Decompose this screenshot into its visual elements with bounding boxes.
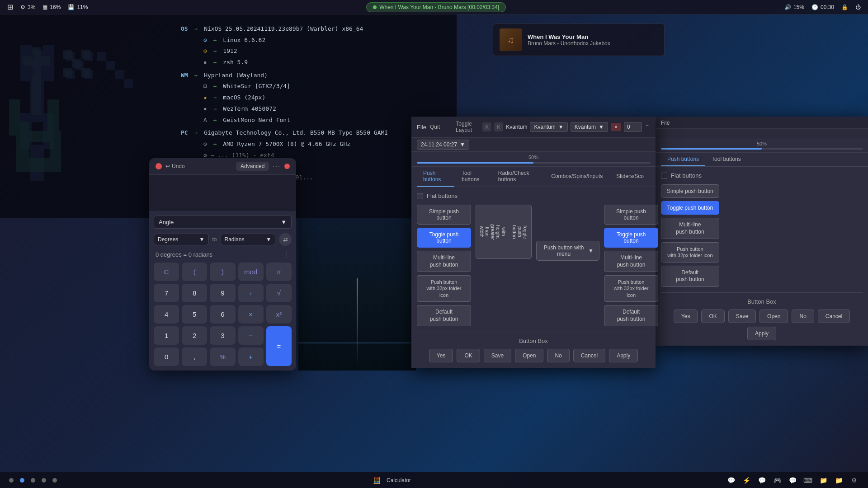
- equals-button[interactable]: =: [266, 326, 292, 366]
- cancel-button[interactable]: Cancel: [573, 349, 605, 362]
- divide-button[interactable]: ÷: [238, 284, 264, 302]
- right-folder-btn[interactable]: Push buttonwith 32px folder icon: [661, 242, 719, 263]
- topbar-power[interactable]: ⏻: [855, 4, 861, 10]
- multiply-button[interactable]: ×: [238, 305, 264, 324]
- right-no-btn[interactable]: No: [792, 310, 814, 323]
- six-button[interactable]: 6: [210, 305, 235, 324]
- toggle-push-btn-1[interactable]: Toggle push button: [417, 228, 471, 248]
- tab-radio-check[interactable]: Radio/Check buttons: [492, 167, 544, 187]
- eight-button[interactable]: 8: [182, 284, 207, 302]
- topbar-volume[interactable]: 🔊 15%: [784, 4, 804, 10]
- close-x-button[interactable]: ×: [611, 123, 621, 131]
- category-dropdown[interactable]: Angle ▼: [154, 216, 292, 229]
- mod-button[interactable]: mod: [238, 263, 264, 281]
- advanced-button[interactable]: Advanced: [236, 162, 269, 171]
- quit-button[interactable]: Quit: [426, 122, 443, 131]
- pi-button[interactable]: π: [266, 263, 292, 281]
- right-ok-btn[interactable]: OK: [701, 310, 724, 323]
- zero-button[interactable]: 0: [154, 347, 179, 366]
- toggle-layout-button[interactable]: Toggle Layout: [445, 119, 482, 135]
- toggle-push-btn-tall[interactable]: Togglepushbuttonwithheightgreaterthanwid…: [476, 205, 532, 259]
- taskbar-keyboard-icon[interactable]: ⌨: [803, 475, 813, 485]
- taskbar-discord2-icon[interactable]: 🎮: [772, 475, 782, 485]
- default-push-btn-1[interactable]: Defaultpush button: [417, 305, 471, 326]
- simple-push-btn-2[interactable]: Simple push button: [604, 205, 658, 225]
- taskbar-calculator-icon[interactable]: 🧮: [372, 475, 382, 485]
- close-paren-button[interactable]: ): [210, 263, 235, 281]
- tab-sliders[interactable]: Sliders/Sco: [610, 170, 650, 183]
- two-button[interactable]: 2: [182, 326, 207, 345]
- topbar-lock[interactable]: 🔒: [841, 4, 848, 10]
- folder-icon-btn-2[interactable]: Push buttonwith 32px folder icon: [604, 275, 658, 302]
- right-default-btn[interactable]: Defaultpush button: [661, 266, 719, 287]
- from-unit-select[interactable]: Degrees ▼: [154, 234, 209, 245]
- three-button[interactable]: 3: [210, 326, 235, 345]
- tab-combos-spins[interactable]: Combos/Spins/Inputs: [545, 170, 609, 183]
- preset-dropdown[interactable]: Kvantum ▼: [571, 122, 608, 132]
- simple-push-btn-1[interactable]: Simple push button: [417, 205, 471, 225]
- to-unit-select[interactable]: Radians ▼: [221, 234, 276, 245]
- right-flat-checkbox[interactable]: [661, 173, 667, 179]
- file-menu[interactable]: File: [417, 124, 426, 131]
- workspace-dot-5[interactable]: [52, 478, 57, 483]
- add-button[interactable]: +: [238, 347, 264, 366]
- open-button[interactable]: Open: [515, 349, 543, 362]
- right-yes-btn[interactable]: Yes: [674, 310, 698, 323]
- comma-button[interactable]: ,: [182, 347, 207, 366]
- right-simple-btn[interactable]: Simple push button: [661, 184, 719, 198]
- default-push-btn-2[interactable]: Defaultpush button: [604, 305, 658, 326]
- datetime-dropdown[interactable]: 24.11.24 00:27 ▼: [417, 140, 469, 150]
- taskbar-bluetooth-icon[interactable]: ⚡: [741, 475, 751, 485]
- workspace-dot-2[interactable]: [20, 478, 24, 483]
- taskbar-folder2-icon[interactable]: 📁: [834, 475, 844, 485]
- taskbar-chat-icon[interactable]: 💬: [757, 475, 767, 485]
- calc-close-dot[interactable]: [284, 164, 290, 169]
- ok-button[interactable]: OK: [457, 349, 480, 362]
- right-apply-btn[interactable]: Apply: [747, 327, 776, 340]
- taskbar-discord-icon[interactable]: 💬: [726, 475, 736, 485]
- style-dropdown[interactable]: Kvantum ▼: [530, 122, 567, 132]
- five-button[interactable]: 5: [182, 305, 207, 324]
- swap-units-button[interactable]: ⇄: [279, 233, 292, 246]
- percent-button[interactable]: %: [210, 347, 235, 366]
- result-more-button[interactable]: ⋮: [283, 250, 290, 259]
- no-button[interactable]: No: [547, 349, 569, 362]
- workspace-dot-4[interactable]: [42, 478, 46, 483]
- taskbar-folder-icon[interactable]: 📁: [818, 475, 828, 485]
- right-cancel-btn[interactable]: Cancel: [818, 310, 850, 323]
- num-input[interactable]: [624, 122, 642, 132]
- subtract-button[interactable]: −: [238, 326, 264, 345]
- yes-button[interactable]: Yes: [429, 349, 453, 362]
- push-btn-with-menu[interactable]: Push button with menu ▼: [536, 241, 599, 261]
- calc-close-button[interactable]: [156, 163, 162, 169]
- seven-button[interactable]: 7: [154, 284, 179, 302]
- topbar-apps-icon[interactable]: ⊞: [7, 3, 13, 11]
- clear-button[interactable]: C: [154, 263, 179, 281]
- nine-button[interactable]: 9: [210, 284, 235, 302]
- four-button[interactable]: 4: [154, 305, 179, 324]
- apply-button[interactable]: Apply: [609, 349, 638, 362]
- multiline-push-btn-1[interactable]: Multi-linepush button: [417, 251, 471, 272]
- right-multiline-btn[interactable]: Multi-linepush button: [661, 218, 719, 239]
- sqrt-button[interactable]: √: [266, 284, 292, 302]
- tab-push-buttons[interactable]: Push buttons: [417, 167, 454, 187]
- folder-icon-btn-1[interactable]: Push buttonwith 32px folder icon: [417, 275, 471, 302]
- right-save-btn[interactable]: Save: [728, 310, 756, 323]
- workspace-dot-1[interactable]: [9, 478, 14, 483]
- music-pill[interactable]: When I Was Your Man - Bruno Mars [00:02/…: [366, 2, 506, 12]
- calc-undo-btn[interactable]: ↩ Undo: [165, 163, 185, 169]
- save-button[interactable]: Save: [484, 349, 511, 362]
- tab-tool-buttons[interactable]: Tool buttons: [455, 167, 491, 187]
- one-button[interactable]: 1: [154, 326, 179, 345]
- flat-buttons-checkbox[interactable]: [417, 193, 423, 199]
- square-button[interactable]: x²: [266, 305, 292, 324]
- more-options-icon[interactable]: ···: [273, 163, 281, 170]
- right-tab-tool[interactable]: Tool buttons: [705, 153, 747, 166]
- num-spinner-icon[interactable]: ⌃: [645, 123, 650, 131]
- right-tab-push[interactable]: Push buttons: [661, 153, 705, 166]
- taskbar-settings-icon[interactable]: ⚙: [849, 475, 859, 485]
- right-open-btn[interactable]: Open: [760, 310, 788, 323]
- multiline-push-btn-2[interactable]: Multi-linepush button: [604, 251, 658, 272]
- open-paren-button[interactable]: (: [182, 263, 207, 281]
- workspace-dot-3[interactable]: [31, 478, 35, 483]
